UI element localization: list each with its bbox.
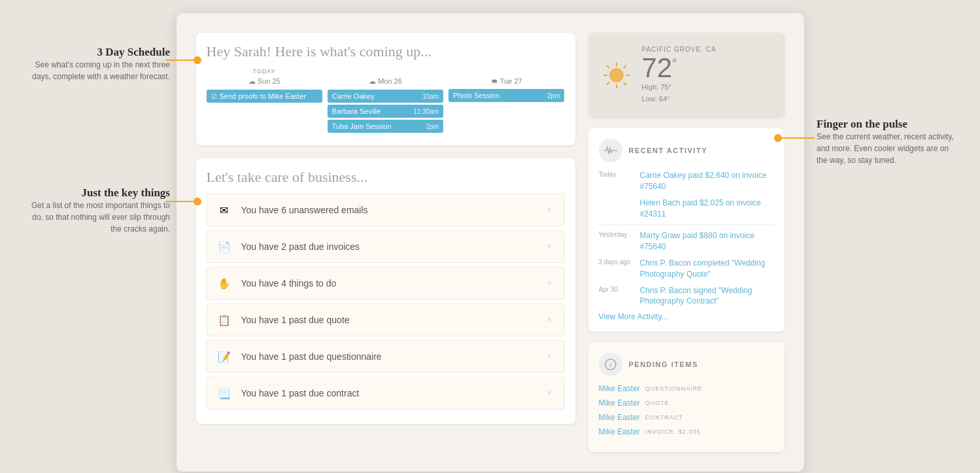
annotation-keythings-title: Just the key things [26,186,170,200]
pending-tag-1: QUOTE [645,400,669,406]
right-annotations: Finger on the pulse See the current weat… [810,0,980,473]
day-label-sun: ☁ Sun 25 [207,77,322,86]
email-icon: ✉ [215,201,233,219]
event-name: Carrie Oakey [332,92,375,100]
activity-row-0: Today Carrie Oakey paid $2,640 on invoic… [599,170,774,192]
todo-emails: ✉ You have 6 unanswered emails × [207,194,565,226]
pending-header: i PENDING ITEMS [599,353,774,376]
svg-line-6 [624,65,626,68]
weather-low-value: Low: 64° [642,94,773,105]
pending-widget: i PENDING ITEMS Mike Easter QUESTIONNAIR… [588,342,785,452]
annotation-keythings: Just the key things Get a list of the mo… [26,186,170,235]
quote-icon: 📋 [215,311,233,329]
activity-divider [599,224,774,225]
weather-unit: ° [672,57,677,70]
event-send-proofs[interactable]: ☑ Send proofs to Mike Easter [207,90,322,103]
event-photo-session[interactable]: Photo Session 2pm [448,89,564,102]
page-container: 3 Day Schedule See what's coming up in t… [0,0,980,473]
activity-row-4: Apr 30 Chris P. Bacon signed "Wedding Ph… [599,285,774,307]
dismiss-invoices-button[interactable]: × [543,240,556,253]
weather-high-value: High: 75° [642,82,773,94]
activity-date-1 [599,198,635,198]
event-text: Send proofs to Mike Easter [220,92,307,100]
right-panel: PACIFIC GROVE, CA 72° High: 75° Low: 64° [588,33,785,452]
weather-widget: PACIFIC GROVE, CA 72° High: 75° Low: 64° [588,33,785,118]
annotation-schedule-arrow [165,56,201,64]
activity-link-3[interactable]: Chris P. Bacon completed "Wedding Photog… [640,258,774,280]
day-label-mon: ☁ Mon 26 [328,77,443,86]
event-time: 2pm [426,123,439,130]
left-annotations: 3 Day Schedule See what's coming up in t… [0,0,170,473]
event-name: Barbara Seville [332,107,381,115]
weather-temp: 72° [642,54,773,82]
todo-quote-text: You have 1 past due quote [241,315,535,325]
pending-tag-0: QUESTIONNAIRE [645,385,703,392]
activity-link-0[interactable]: Carrie Oakey paid $2,640 on invoice #756… [640,170,774,192]
mon-badge [328,68,443,75]
annotation-keythings-body: Get a list of the most important things … [26,200,170,235]
svg-text:i: i [609,360,611,368]
day-col-sun: TODAY ☁ Sun 25 ☑ Send proofs to Mike Eas… [207,68,322,135]
pending-row-1: Mike Easter QUOTE [599,398,774,408]
activity-title: RECENT ACTIVITY [629,147,708,154]
annotation-pulse-body: See the current weather, recent activity… [817,131,954,166]
event-name: Photo Session [453,92,499,99]
today-badge: TODAY [207,68,322,75]
pending-row-3: Mike Easter INVOICE: $2,035 [599,427,774,436]
annotation-pulse-title: Finger on the pulse [817,118,954,131]
dismiss-emails-button[interactable]: × [543,203,556,217]
todo-questionnaire: 📝 You have 1 past due questionnaire × [207,340,565,373]
todo-contract-text: You have 1 past due contract [241,388,535,398]
todo-tasks: ✋ You have 4 things to do × [207,267,565,300]
tasks-icon: ✋ [215,274,233,292]
pending-row-0: Mike Easter QUESTIONNAIRE [599,384,774,393]
activity-header: RECENT ACTIVITY [599,139,774,162]
event-tuba[interactable]: Tuba Jam Session 2pm [328,120,443,133]
event-time: 2pm [547,92,560,99]
pending-tag-2: CONTRACT [645,414,683,421]
tue-badge [448,68,564,75]
activity-date-2: Yesterday [599,230,635,238]
todo-quote: 📋 You have 1 past due quote × [207,304,565,336]
dismiss-tasks-button[interactable]: × [543,277,556,290]
event-barbara[interactable]: Barbara Seville 11:30am [328,105,443,118]
dismiss-quote-button[interactable]: × [543,313,556,326]
view-more-activity-link[interactable]: View More Activity... [599,312,774,321]
event-time: 10am [422,93,439,100]
svg-line-5 [624,82,626,85]
activity-row-1: Helen Bach paid $2,025 on invoice #24311 [599,198,774,220]
pending-name-3[interactable]: Mike Easter [599,427,640,436]
event-carrie[interactable]: Carrie Oakey 10am [328,90,443,103]
annotation-schedule: 3 Day Schedule See what's coming up in t… [26,46,170,82]
pending-name-0[interactable]: Mike Easter [599,384,640,393]
contract-icon: 📃 [215,384,233,402]
pending-name-1[interactable]: Mike Easter [599,398,640,408]
activity-link-2[interactable]: Marty Graw paid $880 on invoice #75640 [640,230,774,253]
todo-contract: 📃 You have 1 past due contract × [207,377,565,410]
activity-widget: RECENT ACTIVITY Today Carrie Oakey paid … [588,128,785,332]
pending-row-2: Mike Easter CONTRACT [599,413,774,422]
todo-emails-text: You have 6 unanswered emails [241,205,535,215]
activity-row-3: 3 days ago Chris P. Bacon completed "Wed… [599,258,774,280]
todo-questionnaire-text: You have 1 past due questionnaire [241,351,535,362]
event-name: Tuba Jam Session [332,122,392,130]
sun-svg [602,61,631,90]
dismiss-questionnaire-button[interactable]: × [543,350,556,363]
activity-link-4[interactable]: Chris P. Bacon signed "Wedding Photograp… [640,285,774,307]
event-time: 11:30am [413,108,439,115]
day-label-tue: 🌧 Tue 27 [448,77,564,85]
svg-line-4 [607,65,609,68]
dismiss-contract-button[interactable]: × [543,387,556,400]
annotation-schedule-body: See what's coming up in the next three d… [26,59,170,82]
todo-invoices: 📄 You have 2 past due invoices × [207,230,565,263]
questionnaire-icon: 📝 [215,347,233,366]
svg-point-8 [610,69,623,82]
schedule-days: TODAY ☁ Sun 25 ☑ Send proofs to Mike Eas… [207,68,565,135]
main-card: Hey Sarah! Here is what's coming up... T… [177,13,804,472]
business-heading: Let's take care of business... [207,169,565,186]
annotation-schedule-title: 3 Day Schedule [26,46,170,59]
activity-row-2: Yesterday Marty Graw paid $880 on invoic… [599,230,774,253]
activity-link-1[interactable]: Helen Bach paid $2,025 on invoice #24311 [640,198,774,220]
pending-name-2[interactable]: Mike Easter [599,413,640,422]
activity-icon [599,139,622,162]
